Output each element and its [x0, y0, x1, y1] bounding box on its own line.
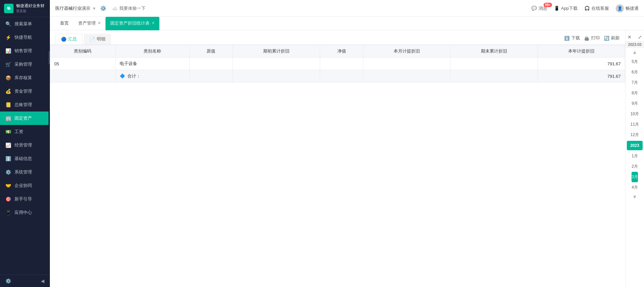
year-2023-marker[interactable]: 2023: [627, 141, 643, 150]
main-area: 医疗器械行业演示 ▼ ⚙️ ☁️ 我要体验一下 💬 消息 99+ 📱 App下载…: [50, 0, 644, 287]
message-badge: 99+: [544, 3, 552, 7]
sidebar-item-label: 基础信息: [14, 156, 32, 162]
sidebar-item-label: 企业协同: [14, 183, 32, 189]
tab-home[interactable]: 首页: [55, 17, 73, 30]
panel-up-btn[interactable]: ▲: [631, 48, 639, 57]
content-main: 🔵 汇总 📄 明细 ⬇️ 下载 🖨️ 打印: [50, 30, 625, 287]
message-btn[interactable]: 💬 消息 99+: [531, 5, 547, 11]
sidebar-item-guide[interactable]: 🎯新手引导: [0, 192, 49, 206]
print-icon: 🖨️: [584, 36, 589, 41]
app-download-btn[interactable]: 📱 App下载: [554, 5, 578, 11]
system-icon: ⚙️: [5, 169, 11, 175]
collapse-icon[interactable]: ◀: [41, 278, 44, 284]
tab-depreciation-close-icon[interactable]: ✕: [152, 21, 155, 25]
purchase-icon: 🛒: [5, 62, 11, 67]
sidebar-item-search[interactable]: 🔍搜索菜单: [0, 17, 49, 31]
quick-nav-icon: ⚡: [5, 35, 11, 40]
sidebar-item-label: 销售管理: [14, 48, 32, 54]
cell-net: [320, 58, 363, 70]
col-initial-dep: 期初累计折旧: [233, 45, 320, 58]
summary-annual-dep: 791.67: [538, 70, 625, 83]
app-download-label: App下载: [561, 5, 578, 11]
summary-original: [189, 70, 233, 83]
month-7月[interactable]: 7月: [631, 77, 639, 88]
settings-icon[interactable]: ⚙️: [5, 278, 11, 284]
sidebar-item-inventory[interactable]: 📦库存核算: [0, 71, 49, 85]
col-annual-dep: 本年计提折旧: [538, 45, 625, 58]
sidebar-item-sales[interactable]: 📊销售管理: [0, 44, 49, 58]
refresh-icon: 🔄: [604, 36, 609, 41]
subtab-detail[interactable]: 📄 明细: [84, 34, 111, 44]
sidebar-item-basic-info[interactable]: ℹ️基础信息: [0, 152, 49, 165]
user-btn[interactable]: 👤 畅捷通: [616, 4, 639, 12]
summary-monthly-dep: [363, 70, 451, 83]
customer-service-icon: 🎧: [584, 6, 590, 11]
company-selector[interactable]: 医疗器械行业演示 ▼: [55, 5, 96, 11]
sidebar-item-system[interactable]: ⚙️系统管理: [0, 165, 49, 179]
month-9月[interactable]: 9月: [631, 98, 639, 109]
sidebar-item-label: 采购管理: [14, 61, 32, 67]
download-btn[interactable]: ⬇️ 下载: [564, 35, 580, 41]
customer-service-btn[interactable]: 🎧 在线客服: [584, 5, 609, 11]
sidebar-item-purchase[interactable]: 🛒采购管理: [0, 58, 49, 71]
user-label: 畅捷通: [625, 5, 639, 11]
panel-close-icon[interactable]: ✕: [627, 34, 632, 40]
cell-end-dep: [451, 58, 538, 70]
cell-original: [189, 58, 233, 70]
sidebar-item-fixed-assets[interactable]: 🏢固定资产: [0, 111, 49, 125]
month-3月[interactable]: 3月: [632, 172, 638, 182]
sidebar-item-label: 工资: [14, 129, 23, 135]
month-5月[interactable]: 5月: [631, 57, 639, 67]
sidebar-footer: ⚙️ ◀: [0, 275, 50, 287]
fixed-assets-icon: 🏢: [5, 116, 11, 121]
experience-btn[interactable]: ☁️ 我要体验一下: [112, 5, 146, 11]
print-btn[interactable]: 🖨️ 打印: [584, 35, 600, 41]
sidebar-item-salary[interactable]: 💵工资: [0, 125, 49, 138]
subtab-summary[interactable]: 🔵 汇总: [55, 34, 83, 44]
company-arrow-icon: ▼: [92, 6, 96, 10]
message-icon: 💬: [531, 6, 537, 11]
sidebar-item-operations[interactable]: 📈经营管理: [0, 138, 49, 152]
month-8月[interactable]: 8月: [631, 88, 639, 98]
sidebar-item-app-center[interactable]: 📱应用中心: [0, 206, 49, 219]
sidebar-item-label: 资金管理: [14, 88, 32, 94]
tab-asset-manage[interactable]: 资产管理 ✕: [73, 17, 105, 30]
sidebar-item-finance[interactable]: 💰资金管理: [0, 85, 49, 98]
subtab-bar: 🔵 汇总 📄 明细 ⬇️ 下载 🖨️ 打印: [50, 30, 625, 45]
sidebar-item-label: 固定资产: [14, 115, 32, 121]
sidebar-item-label: 系统管理: [14, 169, 32, 175]
month-4月[interactable]: 4月: [632, 182, 638, 193]
month-1月[interactable]: 1月: [632, 151, 638, 161]
col-end-dep: 期末累计折旧: [451, 45, 538, 58]
tab-depreciation[interactable]: 固定资产折旧统计表 ✕: [105, 17, 159, 30]
month-10月[interactable]: 10月: [631, 109, 639, 119]
sidebar-item-quick-nav[interactable]: ⚡快捷导航: [0, 31, 49, 44]
year-label: 2023.03: [625, 41, 644, 48]
month-6月[interactable]: 6月: [631, 67, 639, 77]
settings-gear-icon[interactable]: ⚙️: [100, 5, 106, 11]
refresh-btn[interactable]: 🔄 刷新: [604, 35, 620, 41]
month-2月[interactable]: 2月: [632, 161, 638, 172]
sidebar-header: 畅 畅捷通好业务财 普及版: [0, 0, 50, 17]
topbar-right: 💬 消息 99+ 📱 App下载 🎧 在线客服 👤 畅捷通: [531, 4, 639, 12]
sidebar-item-label: 库存核算: [14, 75, 32, 81]
col-name: 类别名称: [115, 45, 189, 58]
experience-label: 我要体验一下: [119, 5, 146, 11]
panel-down-btn[interactable]: ▼: [631, 193, 639, 201]
ledger-icon: 📒: [5, 102, 11, 107]
content-area: 🔵 汇总 📄 明细 ⬇️ 下载 🖨️ 打印: [50, 30, 644, 287]
basic-info-icon: ℹ️: [5, 156, 11, 161]
sidebar-item-ledger[interactable]: 📒总账管理: [0, 98, 49, 111]
col-code: 类别编码: [50, 45, 116, 58]
panel-expand-icon[interactable]: ⤢: [638, 34, 642, 40]
sidebar-scrollbar[interactable]: [49, 17, 50, 275]
sidebar-item-cooperation[interactable]: 🤝企业协同: [0, 179, 49, 192]
topbar: 医疗器械行业演示 ▼ ⚙️ ☁️ 我要体验一下 💬 消息 99+ 📱 App下载…: [50, 0, 644, 17]
app-edition: 普及版: [16, 9, 44, 13]
guide-icon: 🎯: [5, 196, 11, 202]
month-12月[interactable]: 12月: [631, 130, 639, 140]
col-monthly-dep: 本月计提折旧: [363, 45, 451, 58]
month-11月[interactable]: 11月: [631, 119, 639, 130]
tab-asset-manage-close-icon[interactable]: ✕: [98, 21, 101, 25]
summary-empty: [50, 70, 116, 83]
